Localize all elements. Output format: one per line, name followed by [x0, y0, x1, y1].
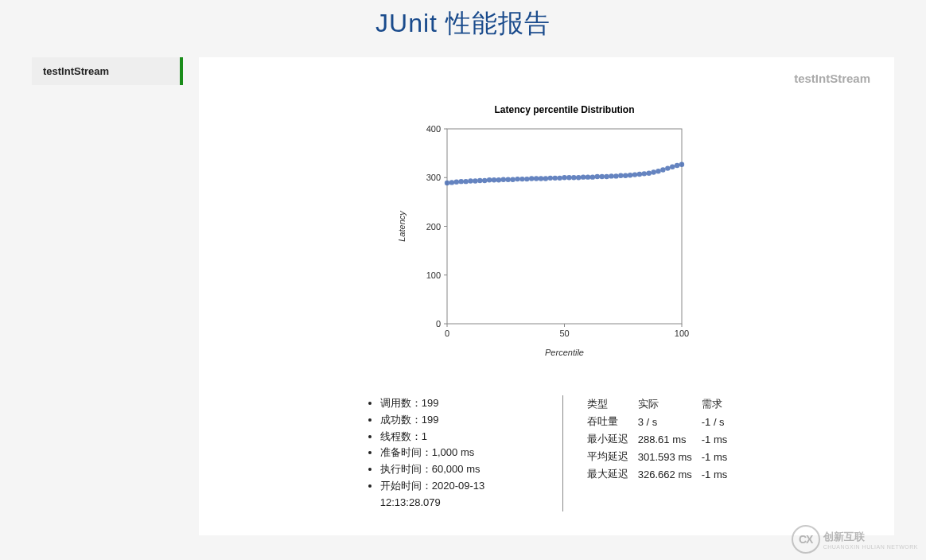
svg-point-48 — [576, 175, 581, 180]
svg-point-33 — [506, 177, 511, 182]
stats-left: 调用数：199 成功数：199 线程数：1 准备时间：1,000 ms 执行时间… — [356, 395, 563, 511]
sidebar-item-label: testIntStream — [43, 65, 109, 77]
table-row: 平均延迟 301.593 ms -1 ms — [587, 448, 737, 465]
sidebar-item-testintstream[interactable]: testIntStream — [32, 57, 183, 85]
svg-point-61 — [637, 172, 642, 177]
col-actual: 实际 — [638, 395, 702, 413]
svg-point-42 — [548, 176, 553, 181]
svg-point-25 — [468, 178, 473, 183]
svg-point-58 — [623, 173, 628, 178]
svg-point-46 — [566, 175, 571, 180]
svg-text:100: 100 — [675, 329, 689, 338]
svg-point-47 — [571, 175, 576, 180]
svg-point-29 — [487, 177, 492, 182]
svg-point-38 — [529, 176, 534, 181]
svg-point-69 — [675, 163, 679, 168]
stat-exec-time: 执行时间：60,000 ms — [380, 461, 539, 478]
col-type: 类型 — [587, 395, 638, 413]
svg-point-64 — [651, 169, 656, 174]
svg-point-60 — [632, 172, 637, 177]
chart-container: Latency percentile Distribution010020030… — [223, 93, 870, 364]
svg-point-52 — [595, 174, 600, 179]
svg-text:300: 300 — [426, 173, 441, 182]
svg-point-40 — [539, 176, 543, 181]
svg-point-51 — [590, 174, 595, 179]
col-req: 需求 — [702, 395, 737, 413]
svg-text:400: 400 — [426, 124, 441, 134]
svg-point-30 — [492, 177, 496, 182]
stat-success: 成功数：199 — [380, 412, 539, 429]
svg-point-22 — [454, 180, 459, 185]
svg-point-36 — [519, 177, 524, 181]
stat-invocations: 调用数：199 — [380, 395, 539, 412]
svg-point-28 — [482, 178, 487, 183]
svg-point-62 — [642, 171, 647, 176]
content-area: testIntStream testIntStream Latency perc… — [0, 57, 926, 535]
svg-point-44 — [557, 176, 562, 181]
stat-start-time: 开始时间：2020-09-13 12:13:28.079 — [380, 478, 539, 511]
svg-point-32 — [501, 177, 506, 182]
svg-point-26 — [473, 178, 477, 183]
svg-text:0: 0 — [445, 329, 449, 338]
svg-point-21 — [449, 180, 454, 185]
svg-point-53 — [600, 174, 605, 179]
svg-text:100: 100 — [426, 270, 441, 280]
svg-point-54 — [604, 174, 609, 179]
svg-point-55 — [609, 173, 613, 178]
stat-threads: 线程数：1 — [380, 429, 539, 445]
svg-text:Latency: Latency — [397, 210, 407, 242]
svg-point-66 — [660, 167, 665, 172]
svg-point-37 — [524, 177, 529, 181]
svg-text:0: 0 — [436, 319, 441, 329]
svg-point-45 — [562, 175, 566, 180]
svg-point-49 — [581, 174, 586, 179]
sidebar: testIntStream — [32, 57, 183, 535]
svg-point-50 — [586, 174, 590, 179]
svg-point-41 — [543, 176, 548, 181]
watermark-logo: CX 创新互联 CHUANGXIN HULIAN NETWORK — [792, 525, 918, 554]
svg-point-59 — [628, 173, 632, 177]
svg-point-65 — [656, 169, 660, 173]
latency-percentile-chart: Latency percentile Distribution010020030… — [387, 93, 706, 364]
stat-warmup: 准备时间：1,000 ms — [380, 445, 539, 461]
page-header: JUnit 性能报告 — [0, 0, 926, 57]
svg-point-34 — [510, 177, 515, 182]
svg-point-23 — [459, 179, 464, 184]
svg-point-56 — [613, 173, 618, 178]
svg-rect-1 — [447, 129, 682, 324]
svg-text:50: 50 — [559, 329, 569, 338]
main-panel-title: testIntStream — [223, 72, 870, 85]
logo-icon: CX — [792, 525, 820, 554]
table-row: 最小延迟 288.61 ms -1 ms — [587, 430, 737, 448]
main-panel: testIntStream Latency percentile Distrib… — [199, 57, 894, 535]
stats-right: 类型 实际 需求 吞吐量 3 / s -1 / s 最小延迟 — [563, 395, 737, 511]
svg-point-20 — [445, 181, 449, 185]
svg-point-43 — [553, 176, 558, 181]
table-row: 最大延迟 326.662 ms -1 ms — [587, 465, 737, 483]
svg-point-31 — [496, 177, 501, 182]
svg-point-63 — [647, 171, 652, 176]
svg-text:Percentile: Percentile — [545, 348, 584, 357]
stats-row: 调用数：199 成功数：199 线程数：1 准备时间：1,000 ms 执行时间… — [223, 395, 870, 511]
svg-point-57 — [618, 173, 623, 178]
svg-point-24 — [463, 179, 468, 184]
page-title: JUnit 性能报告 — [0, 6, 926, 41]
metrics-table: 类型 实际 需求 吞吐量 3 / s -1 / s 最小延迟 — [587, 395, 737, 483]
svg-point-67 — [665, 165, 670, 170]
svg-text:200: 200 — [426, 222, 441, 231]
svg-point-68 — [670, 165, 675, 169]
svg-point-35 — [515, 177, 519, 181]
svg-text:Latency percentile Distributio: Latency percentile Distribution — [494, 104, 634, 115]
svg-point-70 — [679, 162, 684, 167]
svg-point-39 — [534, 176, 539, 181]
table-row: 吞吐量 3 / s -1 / s — [587, 413, 737, 430]
svg-point-27 — [477, 178, 482, 183]
